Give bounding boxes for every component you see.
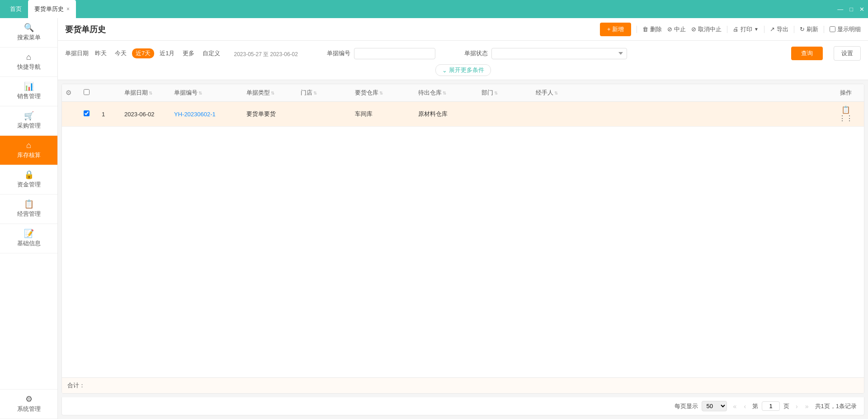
ops-col-header: 操作: [828, 84, 864, 102]
order-no-col-header[interactable]: 单据编号⇅: [170, 84, 243, 102]
first-page-btn[interactable]: «: [731, 402, 740, 411]
print-icon: 🖨: [733, 26, 739, 33]
cancel-stop-icon: ⊘: [691, 26, 696, 33]
page-actions: + 新增 🗑 删除 ⊘ 中止 ⊘ 取消中止 🖨 打印: [600, 23, 861, 36]
system-icon: ⚙: [25, 395, 33, 403]
store-sort-icon: ⇅: [313, 90, 317, 95]
settings-gear-icon[interactable]: ⚙: [66, 89, 71, 96]
close-tab-icon[interactable]: ×: [66, 6, 70, 12]
search-icon: 🔍: [24, 24, 34, 32]
cancel-stop-button[interactable]: ⊘ 取消中止: [691, 25, 722, 33]
pending-cell: 原材料仓库: [415, 102, 478, 127]
order-no-cell: YH-20230602-1: [170, 102, 243, 127]
print-arrow-icon: ▼: [754, 27, 759, 32]
expand-more-area: ⌄ 展开更多条件: [65, 64, 861, 76]
per-page-label: 每页显示: [675, 402, 698, 410]
query-button[interactable]: 查询: [791, 47, 823, 60]
filter-bar: 单据日期 昨天 今天 近7天 近1月 更多 自定义 2023-05-27 至 2…: [58, 41, 868, 80]
settings-button[interactable]: 设置: [834, 46, 861, 61]
more-btn[interactable]: 更多: [180, 48, 197, 58]
warehouse-cell: 车间库: [351, 102, 415, 127]
date-range-display: 2023-05-27 至 2023-06-02: [234, 49, 297, 58]
filter-row: 单据日期 昨天 今天 近7天 近1月 更多 自定义 2023-05-27 至 2…: [65, 46, 861, 61]
last-page-btn[interactable]: »: [802, 402, 811, 411]
display-detail-checkbox[interactable]: [830, 26, 835, 32]
finance-icon: 🔒: [24, 171, 34, 179]
home-icon: ⌂: [26, 53, 31, 61]
yesterday-btn[interactable]: 昨天: [92, 48, 109, 58]
refresh-button[interactable]: ↻ 刷新: [800, 25, 818, 33]
status-label: 单据状态: [464, 49, 488, 57]
table-wrapper: ⚙ 单据日期⇅ 单据编号⇅: [62, 84, 864, 377]
store-cell: [297, 102, 351, 127]
select-all-checkbox[interactable]: [84, 89, 90, 95]
table-footer: 合计：: [62, 377, 864, 393]
status-select[interactable]: [491, 48, 627, 59]
page-title: 要货单历史: [65, 24, 106, 35]
divider4: [794, 26, 794, 33]
handler-col-header[interactable]: 经手人⇅: [532, 84, 828, 102]
sidebar-item-finance[interactable]: 🔒 资金管理: [0, 165, 57, 195]
type-cell: 要货单要货: [243, 102, 297, 127]
table-header: ⚙ 单据日期⇅ 单据编号⇅: [62, 84, 864, 102]
tab-active[interactable]: 要货单历史 ×: [28, 0, 76, 18]
recent1m-btn[interactable]: 近1月: [157, 48, 177, 58]
sidebar-item-shortcut[interactable]: ⌂ 快捷导航: [0, 48, 57, 77]
sidebar-item-sales[interactable]: 📊 销售管理: [0, 77, 57, 106]
handler-sort-icon: ⇅: [554, 90, 558, 95]
table-row: 1 2023-06-02 YH-20230602-1 要货单要货 车间库 原材料…: [62, 102, 864, 127]
date-filter-group: 单据日期 昨天 今天 近7天 近1月 更多 自定义: [65, 48, 223, 58]
sidebar-item-operation[interactable]: 📋 经营管理: [0, 195, 57, 224]
more-icon[interactable]: ⋮⋮: [839, 114, 853, 122]
order-no-label: 单据编号: [327, 49, 350, 57]
pending-col-header[interactable]: 待出仓库⇅: [415, 84, 478, 102]
delete-button[interactable]: 🗑 删除: [642, 25, 662, 33]
dept-col-header[interactable]: 部门⇅: [478, 84, 532, 102]
page-number-input[interactable]: [762, 401, 780, 411]
warehouse-col-header[interactable]: 要货仓库⇅: [351, 84, 415, 102]
order-no-filter-group: 单据编号: [327, 48, 435, 59]
print-button[interactable]: 🖨 打印 ▼: [733, 25, 759, 33]
pending-sort-icon: ⇅: [443, 90, 446, 95]
top-bar-maximize[interactable]: □: [849, 6, 853, 13]
expand-icon: ⌄: [442, 67, 447, 74]
sidebar-item-purchase[interactable]: 🛒 采购管理: [0, 106, 57, 136]
row-checkbox[interactable]: [84, 110, 90, 116]
export-icon: ↗: [770, 26, 775, 33]
page-label: 第: [752, 402, 758, 410]
date-range-text: 2023-05-27 至 2023-06-02: [234, 51, 297, 58]
sidebar-item-system[interactable]: ⚙ 系统管理: [0, 389, 57, 419]
sidebar-item-inventory[interactable]: ⌂ 库存核算: [0, 136, 57, 165]
display-detail-toggle[interactable]: 显示明细: [830, 25, 861, 33]
divider3: [764, 26, 764, 33]
top-bar-close[interactable]: ✕: [859, 6, 864, 13]
add-button[interactable]: + 新增: [600, 23, 631, 36]
order-no-link[interactable]: YH-20230602-1: [174, 111, 216, 118]
dept-cell: [478, 102, 532, 127]
expand-btn[interactable]: ⌄ 展开更多条件: [435, 64, 491, 76]
basic-icon: 📝: [24, 229, 34, 238]
stop-button[interactable]: ⊘ 中止: [667, 25, 686, 33]
next-page-btn[interactable]: ›: [793, 402, 801, 411]
top-bar: 首页 要货单历史 × — □ ✕: [0, 0, 868, 18]
store-col-header[interactable]: 门店⇅: [297, 84, 351, 102]
export-button[interactable]: ↗ 导出: [770, 25, 788, 33]
per-page-select[interactable]: 50 20 100: [702, 401, 727, 411]
refresh-icon: ↻: [800, 26, 805, 33]
today-btn[interactable]: 今天: [112, 48, 129, 58]
top-bar-minimize[interactable]: —: [837, 6, 843, 13]
prev-page-btn[interactable]: ‹: [741, 402, 749, 411]
order-no-input[interactable]: [354, 48, 435, 59]
tab-home[interactable]: 首页: [4, 0, 28, 18]
page-suffix: 页: [783, 402, 789, 410]
custom-btn[interactable]: 自定义: [200, 48, 223, 58]
table-body: 1 2023-06-02 YH-20230602-1 要货单要货 车间库 原材料…: [62, 102, 864, 127]
recent7-btn[interactable]: 近7天: [132, 48, 154, 58]
ops-cell: 📋 ⋮⋮: [828, 102, 864, 127]
sidebar-item-search[interactable]: 🔍 搜索菜单: [0, 18, 57, 48]
date-col-header[interactable]: 单据日期⇅: [121, 84, 170, 102]
sidebar-item-basic[interactable]: 📝 基础信息: [0, 224, 57, 253]
sidebar: 🔍 搜索菜单 ⌂ 快捷导航 📊 销售管理 🛒 采购管理 ⌂ 库存核算 🔒 资金管…: [0, 18, 58, 419]
edit-icon[interactable]: 📋: [841, 106, 850, 114]
type-col-header[interactable]: 单据类型⇅: [243, 84, 297, 102]
